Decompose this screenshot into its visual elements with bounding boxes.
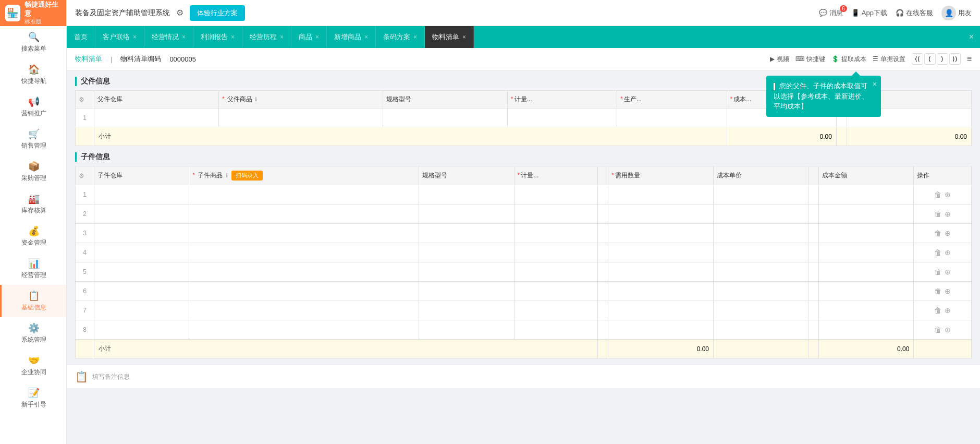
child-cell-spec[interactable]: [419, 320, 514, 340]
delete-icon[interactable]: 🗑: [934, 248, 941, 257]
child-cell-qty[interactable]: [608, 224, 713, 243]
scan-btn[interactable]: 扫码录入: [231, 171, 263, 181]
child-th-settings[interactable]: ⚙: [76, 166, 94, 185]
child-cell-qty[interactable]: [608, 320, 713, 340]
tab-history[interactable]: 经营历程 ×: [242, 26, 291, 48]
child-cell-measure[interactable]: [514, 282, 597, 301]
tab-operations[interactable]: 经营情况 ×: [144, 26, 193, 48]
trial-btn[interactable]: 体验行业方案: [190, 5, 245, 21]
copy-icon[interactable]: ⊕: [945, 248, 951, 257]
single-settings-btn[interactable]: ☰ 单据设置: [873, 55, 905, 64]
child-cell-qty[interactable]: [608, 301, 713, 320]
tab-history-close[interactable]: ×: [280, 33, 284, 41]
sidebar-item-search[interactable]: 🔍 搜索菜单: [0, 26, 66, 58]
child-cell-spec[interactable]: [419, 262, 514, 282]
delete-icon[interactable]: 🗑: [934, 190, 941, 199]
delete-icon[interactable]: 🗑: [934, 210, 941, 218]
sidebar-item-collab[interactable]: 🤝 企业协同: [0, 350, 66, 382]
child-cell-goods[interactable]: [189, 243, 419, 262]
tab-bom-close[interactable]: ×: [462, 33, 466, 41]
child-cell-cost-amount[interactable]: [819, 224, 914, 243]
child-cell-warehouse[interactable]: [94, 262, 189, 282]
delete-icon[interactable]: 🗑: [934, 287, 941, 295]
child-cell-goods[interactable]: [189, 205, 419, 224]
nav-last-btn[interactable]: ⟩⟩: [949, 53, 961, 65]
tab-operations-close[interactable]: ×: [182, 33, 186, 41]
child-cell-cost-amount[interactable]: [819, 301, 914, 320]
note-icon[interactable]: 📋: [75, 370, 88, 383]
view-btn[interactable]: ▶ 视频: [770, 55, 789, 64]
sidebar-item-marketing[interactable]: 📢 营销推广: [0, 91, 66, 123]
child-cell-cost-amount[interactable]: [819, 320, 914, 340]
tab-barcode-close[interactable]: ×: [413, 33, 417, 41]
sidebar-item-system[interactable]: ⚙️ 系统管理: [0, 317, 66, 350]
child-cell-warehouse[interactable]: [94, 224, 189, 243]
delete-icon[interactable]: 🗑: [934, 268, 941, 276]
breadcrumb-page[interactable]: 物料清单: [75, 54, 102, 64]
child-cell-unit-cost[interactable]: [714, 262, 808, 282]
extract-cost-btn[interactable]: 💲 提取成本: [831, 55, 866, 64]
child-cell-qty[interactable]: [608, 262, 713, 282]
delete-icon[interactable]: 🗑: [934, 306, 941, 315]
child-cell-cost-amount[interactable]: [819, 185, 914, 205]
child-cell-warehouse[interactable]: [94, 282, 189, 301]
online-service-btn[interactable]: 🎧 在线客服: [896, 8, 933, 18]
child-cell-unit-cost[interactable]: [714, 205, 808, 224]
list-view-btn[interactable]: ≡: [967, 54, 972, 64]
tab-new-goods[interactable]: 新增商品 ×: [327, 26, 376, 48]
copy-icon[interactable]: ⊕: [945, 210, 951, 218]
child-cell-measure[interactable]: [514, 320, 597, 340]
tab-customers[interactable]: 客户联络 ×: [95, 26, 144, 48]
sidebar-item-finance[interactable]: 💰 资金管理: [0, 220, 66, 253]
settings-icon[interactable]: ⚙: [176, 8, 183, 18]
copy-icon[interactable]: ⊕: [945, 229, 951, 237]
child-cell-warehouse[interactable]: [94, 243, 189, 262]
nav-prev-btn[interactable]: ⟨: [924, 53, 936, 65]
child-cell-warehouse[interactable]: [94, 301, 189, 320]
child-cell-unit-cost[interactable]: [714, 185, 808, 205]
sidebar-item-inventory[interactable]: 🏭 库存核算: [0, 188, 66, 220]
child-cell-warehouse[interactable]: [94, 205, 189, 224]
sidebar-item-operations[interactable]: 📊 经营管理: [0, 253, 66, 285]
child-cell-goods[interactable]: [189, 301, 419, 320]
child-cell-spec[interactable]: [419, 185, 514, 205]
shortcut-btn[interactable]: ⌨ 快捷键: [795, 55, 825, 64]
tab-home[interactable]: 首页: [67, 26, 95, 48]
tab-bom[interactable]: 物料清单 ×: [425, 26, 474, 48]
parent-cell-measure[interactable]: [507, 109, 617, 127]
child-cell-measure[interactable]: [514, 301, 597, 320]
child-cell-warehouse[interactable]: [94, 185, 189, 205]
child-cell-cost-amount[interactable]: [819, 262, 914, 282]
child-cell-unit-cost[interactable]: [714, 243, 808, 262]
child-cell-qty[interactable]: [608, 205, 713, 224]
child-cell-goods[interactable]: [189, 224, 419, 243]
child-cell-qty[interactable]: [608, 185, 713, 205]
tab-barcode[interactable]: 条码方案 ×: [376, 26, 425, 48]
child-cell-cost-amount[interactable]: [819, 282, 914, 301]
sidebar-item-purchase[interactable]: 📦 采购管理: [0, 155, 66, 188]
child-cell-goods[interactable]: [189, 282, 419, 301]
child-cell-goods[interactable]: [189, 320, 419, 340]
child-cell-measure[interactable]: [514, 224, 597, 243]
messages-btn[interactable]: 💬 消息 6: [819, 8, 843, 18]
child-cell-unit-cost[interactable]: [714, 224, 808, 243]
delete-icon[interactable]: 🗑: [934, 229, 941, 237]
tab-profit[interactable]: 利润报告 ×: [193, 26, 242, 48]
child-cell-spec[interactable]: [419, 224, 514, 243]
child-cell-measure[interactable]: [514, 243, 597, 262]
parent-cell-production[interactable]: [617, 109, 727, 127]
sidebar-item-sales[interactable]: 🛒 销售管理: [0, 123, 66, 155]
tab-new-goods-close[interactable]: ×: [364, 33, 368, 41]
copy-icon[interactable]: ⊕: [945, 287, 951, 295]
child-cell-goods[interactable]: [189, 185, 419, 205]
tab-goods-close[interactable]: ×: [315, 33, 319, 41]
user-menu[interactable]: 👤 用友: [941, 6, 972, 20]
parent-th-settings[interactable]: ⚙: [76, 91, 94, 109]
child-cell-measure[interactable]: [514, 185, 597, 205]
child-cell-unit-cost[interactable]: [714, 282, 808, 301]
nav-first-btn[interactable]: ⟨⟨: [912, 53, 923, 65]
parent-cell-goods[interactable]: [219, 109, 383, 127]
sidebar-item-guide[interactable]: 📝 新手引导: [0, 382, 66, 414]
nav-next-btn[interactable]: ⟩: [937, 53, 948, 65]
copy-icon[interactable]: ⊕: [945, 190, 951, 199]
